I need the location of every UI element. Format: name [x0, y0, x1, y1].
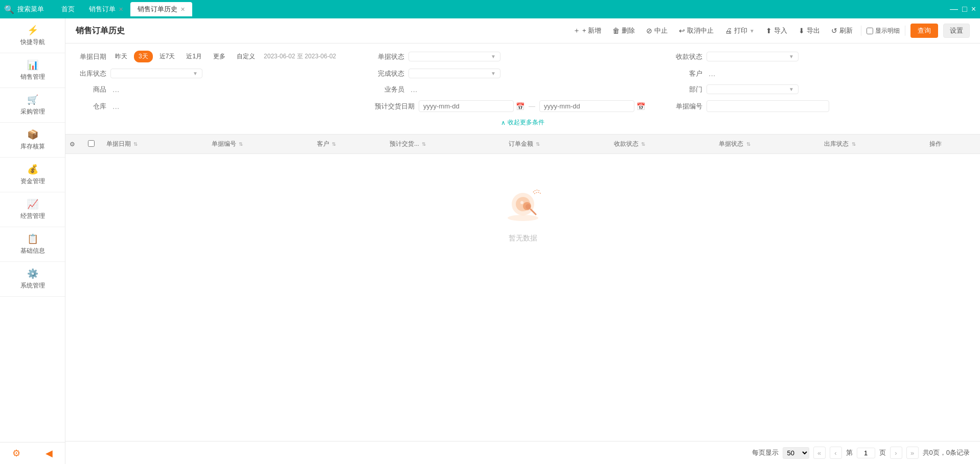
sidebar-settings-icon[interactable]: ⚙ — [12, 448, 20, 459]
th-settings[interactable]: ⚙ — [65, 135, 84, 154]
sidebar-item-sales-mgmt[interactable]: 📊 销售管理 — [0, 53, 65, 88]
display-detail-checkbox[interactable] — [867, 28, 873, 34]
stop-icon: ⊘ — [646, 27, 652, 35]
th-bill-date-label: 单据日期 — [106, 140, 131, 147]
restore-btn[interactable]: □ — [962, 5, 967, 14]
prev-page-btn[interactable]: ‹ — [830, 447, 842, 459]
minimize-btn[interactable]: — — [950, 5, 958, 14]
date-pill-3days[interactable]: 3天 — [134, 51, 153, 62]
th-customer[interactable]: 客户 ⇅ — [313, 135, 385, 154]
new-button[interactable]: ＋ + 新增 — [570, 25, 604, 37]
close-btn[interactable]: × — [971, 5, 976, 14]
next-page-btn[interactable]: › — [890, 447, 902, 459]
refresh-button[interactable]: ↺ 刷新 — [828, 25, 856, 37]
empty-illustration — [503, 185, 543, 226]
sidebar-item-quick-nav[interactable]: ⚡ 快捷导航 — [0, 18, 65, 53]
complete-status-select[interactable]: ▼ — [408, 69, 500, 78]
search-bar[interactable]: 🔍 搜索菜单 — [4, 5, 44, 14]
sidebar-item-inventory-calc-label: 库存核算 — [20, 142, 45, 151]
per-page-select[interactable]: 50 10 20 100 — [783, 447, 809, 459]
th-expected-delivery[interactable]: 预计交货... ⇅ — [385, 135, 505, 154]
import-button[interactable]: ⬆ 导入 — [763, 25, 790, 37]
svg-point-0 — [508, 215, 538, 221]
th-bill-date[interactable]: 单据日期 ⇅ — [102, 135, 208, 154]
sidebar-item-quick-nav-label: 快捷导航 — [20, 38, 45, 47]
date-pill-1month[interactable]: 近1月 — [181, 51, 207, 62]
inventory-calc-icon: 📦 — [27, 129, 38, 140]
empty-text: 暂无数据 — [509, 234, 537, 243]
settings-icon: ⚙ — [70, 141, 75, 148]
filter-bill-date: 单据日期 昨天 3天 近7天 近1月 更多 自定义 2023-06-02 至 2… — [76, 51, 374, 62]
svg-line-5 — [531, 209, 536, 214]
sidebar-item-finance-mgmt[interactable]: 💰 资金管理 — [0, 158, 65, 192]
filter-bill-status: 单据状态 ▼ — [374, 52, 672, 61]
tab-sales-order-history[interactable]: 销售订单历史 ✕ — [130, 2, 192, 16]
date-pill-yesterday[interactable]: 昨天 — [110, 51, 132, 62]
date-from-input[interactable] — [419, 100, 514, 112]
warehouse-ellipsis[interactable]: ... — [110, 102, 121, 111]
out-stock-select[interactable]: ▼ — [110, 69, 202, 78]
salesperson-ellipsis[interactable]: ... — [408, 85, 419, 94]
date-to-input[interactable] — [539, 100, 634, 112]
date-pill-7days[interactable]: 近7天 — [155, 51, 180, 62]
sidebar-item-base-info[interactable]: 📋 基础信息 — [0, 227, 65, 262]
th-receipt-status-label: 收款状态 — [614, 140, 639, 147]
bill-number-input[interactable] — [706, 100, 829, 112]
sort-icon-bill-status: ⇅ — [746, 141, 750, 147]
svg-point-6 — [520, 201, 523, 204]
stop-button[interactable]: ⊘ 中止 — [643, 25, 671, 37]
sidebar-item-purchase-mgmt[interactable]: 🛒 采购管理 — [0, 88, 65, 123]
th-bill-number[interactable]: 单据编号 ⇅ — [208, 135, 313, 154]
date-pill-more[interactable]: 更多 — [209, 51, 230, 62]
th-out-stock-status[interactable]: 出库状态 ⇅ — [820, 135, 925, 154]
filter-row-4: 仓库 ... 预计交货日期 📅 — 📅 单据编号 — [76, 100, 970, 112]
page-number-input[interactable] — [857, 448, 875, 458]
th-order-amount[interactable]: 订单金额 ⇅ — [505, 135, 610, 154]
empty-state: 暂无数据 — [65, 154, 980, 274]
bill-status-select[interactable]: ▼ — [408, 52, 500, 61]
sidebar-item-inventory-calc[interactable]: 📦 库存核算 — [0, 123, 65, 158]
th-bill-status[interactable]: 单据状态 ⇅ — [715, 135, 820, 154]
print-button[interactable]: 🖨 打印 ▼ — [722, 25, 758, 37]
print-chevron: ▼ — [749, 28, 755, 34]
collapse-button[interactable]: ∧ 收起更多条件 — [501, 118, 544, 127]
sidebar-item-sys-mgmt[interactable]: ⚙️ 系统管理 — [0, 262, 65, 297]
date-pill-custom[interactable]: 自定义 — [232, 51, 260, 62]
customer-ellipsis[interactable]: ... — [706, 69, 717, 78]
new-icon: ＋ — [573, 26, 580, 35]
display-detail-checkbox-area[interactable]: 显示明细 — [867, 27, 900, 35]
tab-sales-order-close[interactable]: ✕ — [119, 6, 123, 13]
bill-number-control — [706, 100, 970, 112]
cancel-stop-button[interactable]: ↩ 取消中止 — [676, 25, 717, 37]
date-to-cal-icon[interactable]: 📅 — [636, 102, 645, 111]
complete-status-control: ▼ — [408, 69, 672, 78]
dept-chevron: ▼ — [789, 86, 794, 92]
dept-select[interactable]: ▼ — [706, 84, 799, 94]
select-all-checkbox[interactable] — [88, 140, 95, 147]
tab-home[interactable]: 首页 — [54, 2, 82, 16]
tab-sales-order-label: 销售订单 — [89, 5, 116, 14]
sort-icon-bill-date: ⇅ — [133, 141, 138, 147]
sales-mgmt-icon: 📊 — [27, 59, 38, 71]
sidebar-item-ops-mgmt[interactable]: 📈 经营管理 — [0, 192, 65, 227]
th-operations: 操作 — [925, 135, 980, 154]
receipt-status-select[interactable]: ▼ — [706, 52, 799, 61]
tab-sales-order-history-close[interactable]: ✕ — [180, 6, 185, 13]
query-button[interactable]: 查询 — [910, 24, 938, 38]
svg-point-4 — [526, 204, 531, 209]
purchase-mgmt-icon: 🛒 — [27, 94, 38, 105]
delete-button[interactable]: 🗑 删除 — [609, 25, 638, 37]
th-receipt-status[interactable]: 收款状态 ⇅ — [610, 135, 715, 154]
sidebar-collapse-icon[interactable]: ◀ — [45, 448, 53, 459]
last-page-btn[interactable]: » — [906, 447, 919, 459]
complete-status-label: 完成状态 — [374, 69, 404, 78]
first-page-btn[interactable]: « — [813, 447, 826, 459]
export-button[interactable]: ⬇ 导出 — [795, 25, 823, 37]
date-from-cal-icon[interactable]: 📅 — [516, 102, 525, 111]
tab-sales-order[interactable]: 销售订单 ✕ — [82, 2, 130, 16]
settings-button[interactable]: 设置 — [943, 24, 970, 38]
salesperson-label: 业务员 — [374, 85, 404, 94]
sort-icon-expected-delivery: ⇅ — [422, 141, 426, 147]
th-check[interactable] — [84, 135, 102, 154]
product-ellipsis[interactable]: ... — [110, 85, 121, 94]
